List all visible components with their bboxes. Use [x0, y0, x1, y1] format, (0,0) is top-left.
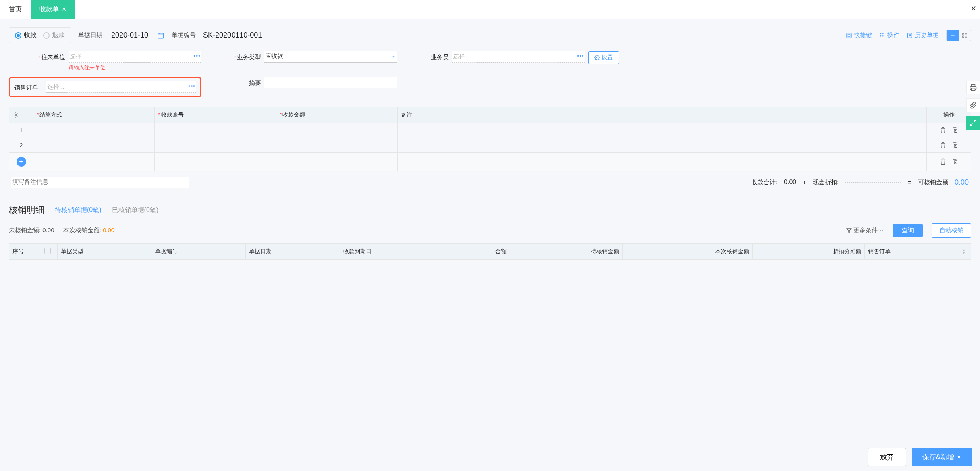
type-radio-group: 收款 退款: [9, 27, 71, 43]
col-no: 单据编号: [152, 244, 246, 260]
more-filter-label: 更多条件: [853, 227, 878, 234]
table-add-row: +: [9, 153, 971, 171]
radio-icon: [43, 32, 50, 39]
col-order: 销售订单: [865, 244, 959, 260]
svg-point-8: [880, 35, 882, 37]
summary-line: 收款合计: 0.00 + 现金折扣: = 可核销金额 0.00: [9, 171, 971, 194]
payment-table: *结算方式 *收款账号 *收款金额 备注 操作 1 2 +: [9, 107, 971, 171]
salesorder-highlight: 销售订单 •••: [9, 77, 201, 97]
gear-header[interactable]: [9, 107, 33, 123]
col-thistime: 本次核销金额: [622, 244, 752, 260]
expand-icon[interactable]: [966, 116, 980, 130]
tab-done[interactable]: 已核销单据(0笔): [112, 206, 159, 215]
view-list-icon[interactable]: [947, 30, 959, 41]
col-check[interactable]: [37, 244, 58, 260]
writeoff-value: 0.00: [955, 178, 969, 187]
tab-receipt[interactable]: 收款单 ×: [31, 0, 75, 19]
svg-rect-5: [848, 35, 850, 36]
shortcut-label: 快捷键: [854, 31, 872, 39]
delete-icon[interactable]: [940, 127, 946, 133]
ellipsis-icon[interactable]: •••: [188, 83, 195, 90]
form-grid: *往来单位 ••• 请输入往来单位 *业务类型 业务员 ••• 设置: [9, 51, 971, 97]
svg-line-36: [970, 124, 972, 126]
attachment-icon[interactable]: [966, 98, 980, 112]
unwrite-label: 未核销金额: 0.00: [9, 227, 54, 234]
svg-rect-4: [847, 33, 851, 38]
col-discount: 折扣分摊额: [752, 244, 864, 260]
auto-writeoff-button[interactable]: 自动核销: [932, 223, 971, 238]
plus-sign: +: [803, 179, 806, 186]
history-label: 历史单据: [915, 31, 939, 39]
clerk-input[interactable]: [452, 51, 585, 63]
biztype-input[interactable]: [264, 51, 397, 63]
partner-label: *往来单位: [9, 51, 65, 61]
print-icon[interactable]: [966, 81, 980, 94]
svg-line-35: [974, 120, 976, 122]
copy-icon[interactable]: [952, 142, 958, 148]
biztype-label: *业务类型: [205, 51, 261, 61]
writeoff-label: 可核销金额: [918, 179, 948, 186]
row-index: 1: [9, 123, 33, 138]
row-index: 2: [9, 138, 33, 153]
col-amount: *收款金额: [276, 107, 397, 123]
query-button[interactable]: 查询: [893, 224, 923, 237]
header-row: 收款 退款 单据日期 2020-01-10 单据编号 SK-20200110-0…: [9, 27, 971, 43]
tab-receipt-label: 收款单: [39, 5, 59, 14]
view-detail-icon[interactable]: [959, 30, 971, 41]
thiswrite-label: 本次核销金额: 0.00: [63, 227, 115, 234]
tab-bar: 首页 收款单 × ×: [0, 0, 980, 19]
copy-icon[interactable]: [952, 127, 958, 133]
settings-button[interactable]: 设置: [588, 51, 619, 64]
delete-icon[interactable]: [940, 158, 946, 165]
salesorder-label: 销售订单: [14, 83, 42, 92]
col-action: 操作: [927, 107, 971, 123]
discount-input[interactable]: [845, 182, 901, 183]
settings-label: 设置: [602, 54, 613, 61]
more-filter-link[interactable]: 更多条件: [846, 227, 884, 234]
svg-rect-16: [963, 33, 964, 35]
col-type: 单据类型: [58, 244, 152, 260]
col-due: 收款到期日: [340, 244, 452, 260]
col-account: *收款账号: [155, 107, 276, 123]
summary-field: [264, 77, 397, 88]
chevron-down-icon[interactable]: [391, 54, 397, 59]
radio-collect-label: 收款: [24, 31, 37, 40]
tab-pending[interactable]: 待核销单据(0笔): [55, 206, 102, 215]
operate-link[interactable]: 操作: [879, 31, 899, 39]
tab-home[interactable]: 首页: [0, 0, 31, 19]
table-row: 2: [9, 138, 971, 153]
svg-marker-33: [847, 228, 851, 233]
radio-refund[interactable]: 退款: [43, 31, 65, 40]
svg-point-6: [880, 33, 882, 34]
svg-point-9: [882, 35, 884, 37]
svg-point-22: [596, 57, 598, 58]
partner-error: 请输入往来单位: [69, 64, 201, 71]
ellipsis-icon[interactable]: •••: [193, 53, 201, 59]
col-date: 单据日期: [246, 244, 340, 260]
history-link[interactable]: 历史单据: [907, 31, 939, 39]
col-pending: 待核销金额: [510, 244, 622, 260]
salesorder-input[interactable]: [46, 81, 196, 93]
partner-field: ••• 请输入往来单位: [69, 51, 201, 71]
ellipsis-icon[interactable]: •••: [577, 53, 584, 59]
copy-icon[interactable]: [952, 158, 958, 165]
date-label: 单据日期: [78, 31, 102, 39]
date-value[interactable]: 2020-01-10: [110, 30, 150, 41]
shortcut-link[interactable]: 快捷键: [846, 31, 872, 39]
operate-label: 操作: [887, 31, 899, 39]
svg-rect-19: [963, 36, 964, 38]
add-row-icon[interactable]: +: [17, 157, 26, 167]
close-page-icon[interactable]: ×: [971, 3, 976, 14]
radio-collect[interactable]: 收款: [15, 31, 37, 40]
partner-input[interactable]: [69, 51, 201, 63]
svg-point-7: [882, 33, 884, 34]
remark-input[interactable]: [11, 177, 189, 188]
writeoff-table: 序号 单据类型 单据编号 单据日期 收款到期日 金额 待核销金额 本次核销金额 …: [9, 243, 971, 260]
calendar-icon[interactable]: [157, 32, 164, 39]
radio-refund-label: 退款: [52, 31, 65, 40]
summary-label: 摘要: [205, 77, 261, 87]
summary-input[interactable]: [264, 77, 397, 88]
col-sort[interactable]: ▲▼: [959, 244, 971, 260]
delete-icon[interactable]: [940, 142, 946, 148]
close-icon[interactable]: ×: [62, 5, 66, 14]
